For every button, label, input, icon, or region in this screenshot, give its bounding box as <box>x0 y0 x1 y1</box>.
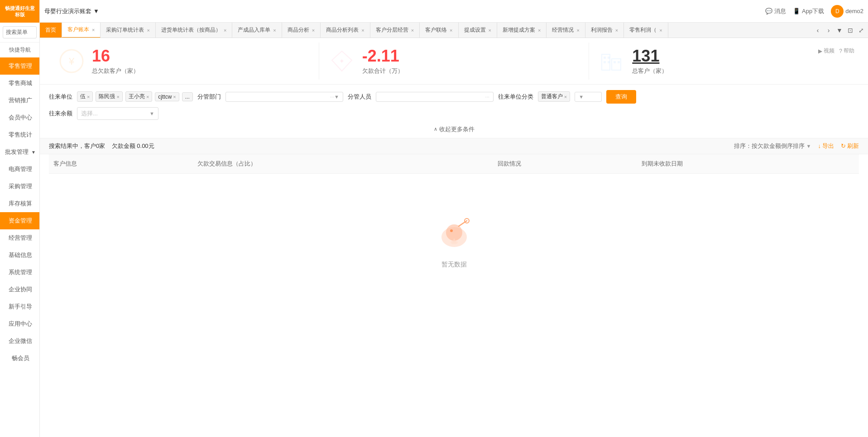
tab-close-icon[interactable]: × <box>361 28 364 33</box>
tab-purchase-order-stats[interactable]: 采购订单统计表 × <box>101 23 155 38</box>
tab-new-commission[interactable]: 新增提成方案 × <box>497 23 547 38</box>
tag-value: 王小亮 <box>129 93 145 100</box>
sidebar-item-member[interactable]: 会员中心 <box>0 109 39 126</box>
tab-home[interactable]: 首页 <box>40 23 62 38</box>
tag-remove-icon[interactable]: × <box>116 94 119 100</box>
sidebar-item-guide[interactable]: 新手引导 <box>0 298 39 315</box>
tag-remove-icon[interactable]: × <box>87 94 90 100</box>
filter-tag-cjttcw: cjttcw × <box>155 92 179 101</box>
unit-filter-tags: 伍 × 陈民强 × 王小亮 × cjttcw × <box>77 91 193 102</box>
chevron-down-icon: ▼ <box>149 111 154 116</box>
sidebar-item-label: 零售统计 <box>9 131 32 138</box>
account-selector[interactable]: 母婴行业演示账套 ▼ <box>44 7 99 15</box>
sidebar-item-marketing[interactable]: 营销推广 <box>0 92 39 109</box>
sidebar-item-purchase[interactable]: 采购管理 <box>0 178 39 195</box>
sidebar-item-basic-info[interactable]: 基础信息 <box>0 247 39 264</box>
stat-card-total: 131 总客户（家） ▶ 视频 ? 帮助 <box>589 43 859 80</box>
tab-minimize-button[interactable]: ⊡ <box>845 25 855 35</box>
sidebar-item-retail-mgmt[interactable]: 零售管理 <box>0 57 39 75</box>
svg-rect-8 <box>608 61 610 63</box>
sidebar-item-retail-stats[interactable]: 零售统计 <box>0 126 39 143</box>
tab-close-icon[interactable]: × <box>659 28 662 33</box>
account-name: 母婴行业演示账套 <box>44 7 91 15</box>
sort-selector[interactable]: 排序：按欠款金额倒序排序 ▼ <box>734 142 811 150</box>
sidebar-item-operations[interactable]: 经营管理 <box>0 229 39 247</box>
tab-customer-ledger[interactable]: 客户账本 × <box>62 23 101 38</box>
dept-select[interactable]: ··· ▼ <box>225 92 343 102</box>
export-label: 导出 <box>822 142 834 150</box>
tab-retail-profit[interactable]: 零售利润（ × <box>624 23 668 38</box>
empty-state: 暂无数据 <box>40 174 868 305</box>
filter-tag-more[interactable]: ... <box>182 92 193 101</box>
topbar: 母婴行业演示账套 ▼ 💬 消息 📱 App下载 D demo2 <box>40 0 868 23</box>
tab-maximize-button[interactable]: ⤢ <box>856 25 866 35</box>
stats-bar: ¥ 16 总欠款客户（家） ✦ <box>40 38 868 85</box>
unit-type-label: 往来单位分类 <box>498 93 533 101</box>
sidebar-item-wholesale[interactable]: 批发管理 ▼ <box>0 143 39 161</box>
tab-close-icon[interactable]: × <box>538 28 541 33</box>
tab-close-icon[interactable]: × <box>273 28 276 33</box>
video-help-button[interactable]: ▶ 视频 <box>818 47 834 55</box>
sidebar-item-retail-mall[interactable]: 零售商城 <box>0 75 39 92</box>
sidebar-item-system[interactable]: 系统管理 <box>0 264 39 281</box>
filter-row-1: 往来单位 伍 × 陈民强 × 王小亮 × <box>49 90 859 104</box>
more-tags-icon[interactable]: ... <box>185 94 190 100</box>
tag-value: 陈民强 <box>99 93 115 100</box>
sidebar-item-label: 资金管理 <box>9 217 32 224</box>
tab-inventory-stats[interactable]: 进货单统计表（按商品） × <box>156 23 232 38</box>
sidebar-item-enterprise[interactable]: 企业协同 <box>0 281 39 298</box>
tab-operations[interactable]: 经营情况 × <box>547 23 585 38</box>
tab-customer-tier[interactable]: 客户分层经营 × <box>370 23 420 38</box>
query-button[interactable]: 查询 <box>606 90 636 104</box>
sidebar-item-ecommerce[interactable]: 电商管理 <box>0 161 39 178</box>
sort-label: 排序：按欠款金额倒序排序 <box>734 142 805 150</box>
play-icon: ▶ <box>818 48 822 54</box>
tab-close-icon[interactable]: × <box>92 27 95 33</box>
tab-close-icon[interactable]: × <box>147 28 149 33</box>
sidebar-item-app-center[interactable]: 应用中心 <box>0 315 39 332</box>
app-download-button[interactable]: 📱 App下载 <box>793 7 824 15</box>
amount-select[interactable]: 选择... ▼ <box>77 107 158 120</box>
sidebar-item-finance[interactable]: 资金管理 <box>0 212 39 229</box>
user-menu[interactable]: D demo2 <box>831 5 863 18</box>
tag-remove-icon[interactable]: × <box>146 94 149 100</box>
sidebar-item-wechat[interactable]: 企业微信 <box>0 332 39 350</box>
sidebar-item-member2[interactable]: 畅会员 <box>0 350 39 367</box>
messages-button[interactable]: 💬 消息 <box>765 7 786 15</box>
tab-close-icon[interactable]: × <box>489 28 491 33</box>
help-button[interactable]: ? 帮助 <box>839 47 854 55</box>
search-menu-button[interactable]: 搜索菜单 <box>3 26 37 38</box>
export-button[interactable]: ↓ 导出 <box>818 142 834 150</box>
tab-label: 商品分析列表 <box>326 26 359 34</box>
unit-type-select[interactable]: ▼ <box>575 92 602 102</box>
sidebar-item-inventory[interactable]: 库存核算 <box>0 195 39 212</box>
tag-remove-icon[interactable]: × <box>173 94 176 100</box>
tab-label: 首页 <box>45 26 56 34</box>
tab-profit-report[interactable]: 利润报告 × <box>585 23 624 38</box>
tab-production[interactable]: 产成品入库单 × <box>232 23 282 38</box>
filter-tag-chenminqiang: 陈民强 × <box>96 91 122 102</box>
tab-close-icon[interactable]: × <box>312 28 315 33</box>
unit-filter-label: 往来单位 <box>49 93 72 101</box>
chevron-down-icon: ▼ <box>579 94 584 100</box>
tab-close-icon[interactable]: × <box>224 28 226 33</box>
tab-product-analysis-list[interactable]: 商品分析列表 × <box>321 23 370 38</box>
collapse-button[interactable]: ∧ 收起更多条件 <box>49 124 859 135</box>
tab-close-icon[interactable]: × <box>411 28 414 33</box>
tag-value: 普通客户 <box>541 93 563 100</box>
quick-nav-button[interactable]: 快捷导航 <box>0 43 39 57</box>
tab-customer-contact[interactable]: 客户联络 × <box>420 23 458 38</box>
tab-close-icon[interactable]: × <box>615 28 618 33</box>
person-select[interactable]: ··· <box>376 92 494 102</box>
tab-next-button[interactable]: › <box>824 25 834 35</box>
refresh-button[interactable]: ↻ 刷新 <box>841 142 859 150</box>
tab-prev-button[interactable]: ‹ <box>813 25 823 35</box>
tab-commission-settings[interactable]: 提成设置 × <box>459 23 497 38</box>
sidebar-item-label: 应用中心 <box>9 320 32 327</box>
tab-product-analysis[interactable]: 商品分析 × <box>282 23 321 38</box>
tag-value: cjttcw <box>158 94 172 100</box>
tab-close-icon[interactable]: × <box>450 28 452 33</box>
tab-more-button[interactable]: ▼ <box>834 25 844 35</box>
tab-close-icon[interactable]: × <box>576 28 579 33</box>
tag-remove-icon[interactable]: × <box>564 94 567 100</box>
